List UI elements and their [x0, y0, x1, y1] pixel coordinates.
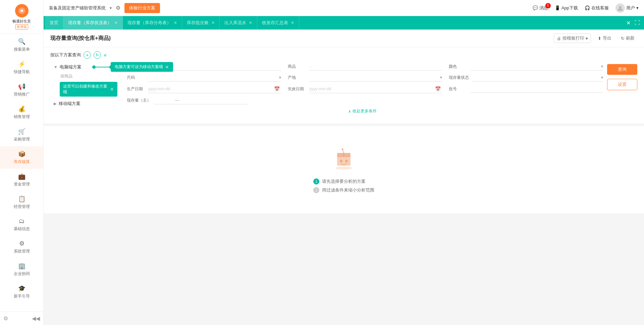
product-select[interactable]: ··· [309, 63, 442, 70]
tab-close-batch-account[interactable]: ✕ [211, 20, 215, 25]
sidebar-item-label: 资金管理 [14, 181, 30, 187]
logo-area: 畅通好生意 标准版 [0, 0, 43, 34]
product-label: 商品 [288, 64, 307, 69]
print-dropdown-icon: ▾ [586, 36, 588, 41]
sidebar-item-system[interactable]: ⚙ 系统管理 [0, 236, 43, 258]
sidebar-item-guide[interactable]: 🎓 新手引导 [0, 281, 43, 303]
filter-right: 仓库 ··· 商品 ··· [121, 63, 637, 115]
settings-bottom-btn[interactable]: ⚙ [3, 315, 8, 322]
app-download-btn[interactable]: 📱 App下载 [555, 5, 578, 11]
filter-add-btn[interactable]: + [84, 51, 91, 59]
batch-no-label: 批号 [449, 86, 468, 92]
sidebar-item-marketing[interactable]: 📢 营销推广 [0, 79, 43, 101]
sidebar-item-enterprise[interactable]: 🏢 企业协同 [0, 258, 43, 281]
logo-text: 畅通好生意 [12, 19, 31, 23]
service-icon: 🎧 [585, 5, 590, 10]
refresh-icon: ↻ [621, 36, 625, 41]
edit-tooltip-area: 这里可以创建和修改方案哦 ✕ [54, 82, 117, 97]
page-title-row: 现存量查询(按仓库+商品) 🖨 按模板打印 ▾ ⬆ 导出 ↻ 刷新 [50, 34, 637, 43]
filter-back-btn[interactable]: « [104, 52, 107, 58]
enterprise-icon: 🏢 [18, 262, 25, 270]
system-dropdown[interactable]: ▾ [110, 6, 112, 10]
production-date-input[interactable]: yyyy-mm-dd 📅 [148, 85, 281, 93]
refresh-btn[interactable]: ↻ 刷新 [618, 34, 637, 43]
batch-no-input[interactable] [470, 85, 603, 93]
export-btn[interactable]: ⬆ 导出 [595, 34, 614, 43]
sidebar-item-label: 基础信息 [14, 226, 30, 232]
search-button[interactable]: 查询 [607, 64, 637, 75]
scheme-list: ▼ 电脑端方案 电脑方案可设为移动方案哦 ✕ [50, 63, 117, 108]
filter-label: 按以下方案查询 [50, 52, 81, 58]
filter-row-0: 仓库 ··· 商品 ··· [121, 63, 603, 70]
filter-size: 尺码 [127, 74, 281, 82]
stock-main-from[interactable] [154, 98, 174, 103]
reset-button[interactable]: 设置 [607, 79, 637, 90]
tab-close-receive-summary[interactable]: ✕ [291, 20, 294, 25]
message-btn[interactable]: 💬 消息 6 [533, 5, 548, 11]
expiry-date-label: 失效日期 [288, 86, 307, 92]
tooltip-close-desktop[interactable]: ✕ [165, 64, 169, 70]
stock-main-label: 现存量（主） [127, 98, 151, 103]
guide-icon: 🎓 [18, 285, 25, 292]
scheme-mobile-label: 移动端方案 [59, 101, 80, 107]
sidebar-item-label: 营销推广 [14, 92, 30, 97]
header-left: 装备及固定资产辅助管理系统 ▾ ⚙ 体验行业方案 [49, 3, 160, 13]
color-label: 颜色 [449, 64, 468, 69]
size-select[interactable] [148, 74, 281, 82]
color-select[interactable] [470, 63, 603, 70]
user-area[interactable]: 用户 ▾ [615, 3, 639, 13]
stock-status-select[interactable] [472, 74, 603, 82]
sidebar-item-operations[interactable]: 📋 经营管理 [0, 191, 43, 214]
filter-main: ▼ 电脑端方案 电脑方案可设为移动方案哦 ✕ [50, 63, 637, 119]
sidebar-item-label: 销售管理 [14, 114, 30, 120]
scheme-mobile[interactable]: ▶ 移动端方案 [54, 99, 117, 108]
sidebar-item-search[interactable]: 🔍 搜索菜单 [0, 34, 43, 56]
filter-refresh-btn[interactable]: ↻ [94, 51, 101, 59]
tab-close-inout-flow[interactable]: ✕ [249, 20, 252, 25]
stock-main-range[interactable]: — [154, 97, 248, 104]
filter-production-date: 生产日期 yyyy-mm-dd 📅 [127, 85, 281, 93]
stock-status-label: 现存量状态 [449, 75, 469, 80]
tab-close-inventory-dist[interactable]: ✕ [174, 20, 177, 25]
tooltip-close-edit[interactable]: ✕ [110, 87, 114, 92]
sidebar-item-purchase[interactable]: 🛒 采购管理 [0, 124, 43, 146]
empty-tip-1: 1 请先选择要分析的方案 [313, 178, 374, 184]
scheme-sub-item-1[interactable]: 按商品 [60, 73, 117, 80]
filter-color: 颜色 [449, 63, 603, 70]
user-avatar [615, 3, 625, 13]
sidebar-item-inventory[interactable]: 📦 库存核算 [0, 146, 43, 169]
svg-point-7 [345, 160, 348, 162]
sidebar-item-label: 采购管理 [14, 137, 30, 142]
collapse-sidebar-btn[interactable]: ◀◀ [32, 315, 40, 322]
tab-inventory-status[interactable]: 现存量（库存状况表） ✕ [63, 16, 123, 30]
tab-close-inventory-status[interactable]: ✕ [114, 20, 118, 25]
experience-button[interactable]: 体验行业方案 [124, 3, 160, 13]
sidebar-item-shortcut[interactable]: ⚡ 快捷导航 [0, 56, 43, 79]
settings-icon[interactable]: ⚙ [116, 5, 120, 11]
sidebar-item-basics[interactable]: 🗂 基础信息 [0, 214, 43, 236]
origin-select[interactable] [309, 74, 442, 82]
tab-inout-flow[interactable]: 出入库流水 ✕ [220, 16, 257, 30]
tab-close-all-btn[interactable]: ✕ [625, 18, 632, 28]
tab-inventory-dist[interactable]: 现存量（库存分布表） ✕ [123, 16, 182, 30]
collapse-icon: ∧ [348, 109, 351, 114]
expiry-date-input[interactable]: yyyy-mm-dd 📅 [309, 85, 442, 93]
empty-icon [330, 146, 357, 173]
sidebar-item-finance[interactable]: 💼 资金管理 [0, 169, 43, 191]
print-icon: 🖨 [557, 36, 561, 41]
online-service-btn[interactable]: 🎧 在线客服 [585, 5, 609, 11]
sidebar: 畅通好生意 标准版 🔍 搜索菜单 ⚡ 快捷导航 📢 营销推广 💰 销售管理 🛒 … [0, 0, 44, 325]
print-btn[interactable]: 🖨 按模板打印 ▾ [554, 34, 591, 43]
message-icon: 💬 [533, 5, 538, 10]
sidebar-item-sales[interactable]: 💰 销售管理 [0, 101, 43, 124]
filter-header: 按以下方案查询 + ↻ « [50, 51, 637, 59]
sales-icon: 💰 [18, 105, 25, 113]
tab-home[interactable]: 首页 [45, 16, 63, 30]
tab-batch-account[interactable]: 库存批次账 ✕ [182, 16, 220, 30]
filter-section: 按以下方案查询 + ↻ « ▼ 电脑端方案 [44, 47, 644, 123]
stock-main-to[interactable] [180, 98, 201, 103]
tab-bar-right: ✕ ⛶ [625, 16, 643, 30]
collapse-more-btn[interactable]: ∧ 收起更多条件 [121, 106, 603, 115]
tab-maximize-btn[interactable]: ⛶ [633, 18, 641, 27]
tab-receive-summary[interactable]: 收发存汇总表 ✕ [257, 16, 299, 30]
